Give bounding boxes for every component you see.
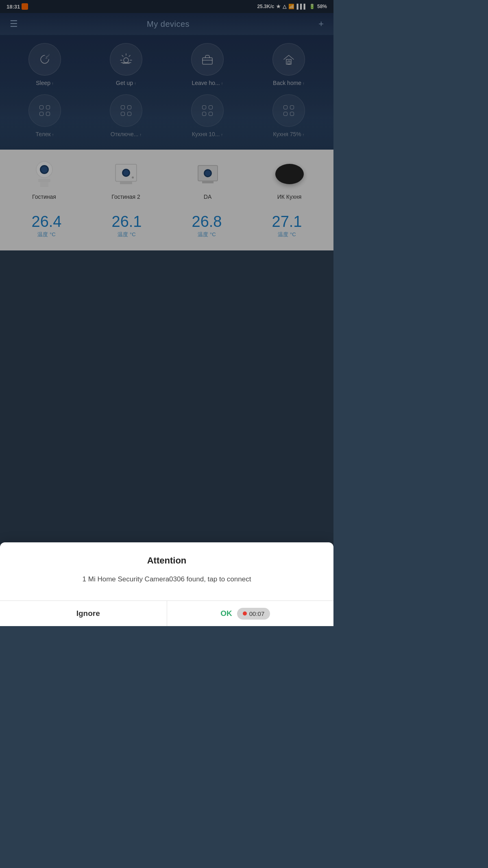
dialog-title: Attention [10, 555, 324, 566]
dialog-message: 1 Mi Home Security Camera0306 found, tap… [10, 574, 324, 585]
dialog-actions: Ignore OK 00:07 [10, 601, 324, 626]
timer-badge: 00:07 [237, 608, 270, 620]
dialog-overlay: Attention 1 Mi Home Security Camera0306 … [0, 0, 333, 626]
ignore-button[interactable]: Ignore [10, 601, 167, 626]
ok-button-wrap: OK 00:07 [167, 601, 324, 626]
timer-value: 00:07 [249, 610, 265, 617]
attention-dialog: Attention 1 Mi Home Security Camera0306 … [0, 542, 333, 627]
timer-red-dot-icon [243, 611, 247, 616]
ok-button[interactable]: OK [220, 609, 232, 618]
